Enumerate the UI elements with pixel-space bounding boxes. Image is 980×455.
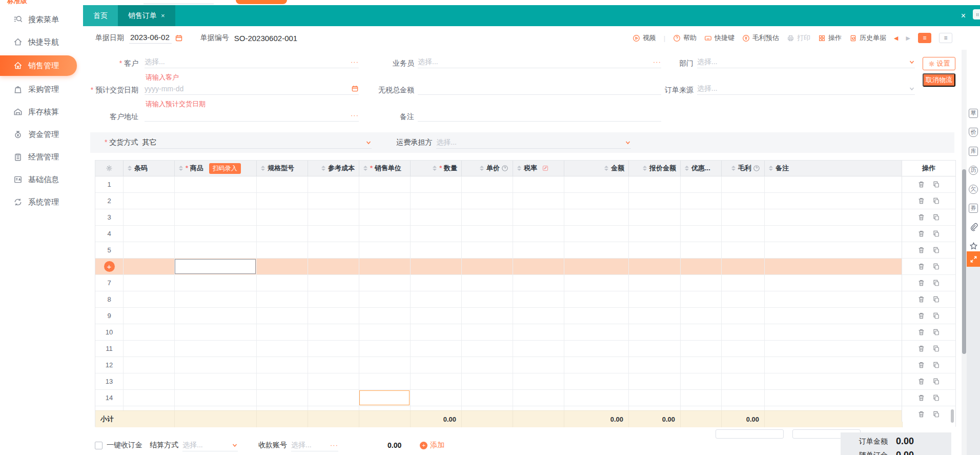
delivery-date-field[interactable]: yyyy-mm-dd	[145, 83, 359, 95]
cell-remark[interactable]	[765, 259, 903, 275]
cell-remark[interactable]	[765, 275, 903, 291]
cell-barcode[interactable]	[124, 209, 175, 226]
corner-widget-icon[interactable]: ⁝⁝	[973, 9, 980, 19]
cell-barcode[interactable]	[124, 357, 175, 373]
chevron-down-icon[interactable]	[909, 86, 915, 92]
cell-editor[interactable]	[359, 390, 410, 405]
cell-amount[interactable]	[564, 308, 629, 324]
sidebar-item-base-info[interactable]: 基础信息	[0, 170, 83, 189]
cell-product[interactable]	[175, 341, 257, 357]
cell-quantity[interactable]	[411, 341, 462, 357]
cell-remark[interactable]	[765, 242, 903, 259]
column-header-amount[interactable]: 金额	[564, 161, 629, 176]
list-view-button[interactable]: ≡	[918, 33, 931, 43]
trash-icon[interactable]	[917, 230, 925, 238]
cell-ref-cost[interactable]	[308, 193, 359, 209]
cell-discount[interactable]	[681, 176, 722, 193]
copy-icon[interactable]	[932, 230, 940, 238]
cell-gross-profit[interactable]	[722, 226, 765, 242]
cell-product[interactable]	[175, 373, 257, 390]
cell-spec[interactable]	[257, 324, 308, 341]
cell-amount[interactable]	[564, 324, 629, 341]
cell-tax-rate[interactable]	[513, 259, 564, 275]
cell-amount[interactable]	[564, 291, 629, 308]
cell-gross-profit[interactable]	[722, 242, 765, 259]
copy-icon[interactable]	[932, 378, 940, 385]
cell-quote-amount[interactable]	[629, 357, 681, 373]
cell-product[interactable]	[175, 259, 257, 275]
cell-gross-profit[interactable]	[722, 390, 765, 406]
cell-sale-unit[interactable]	[359, 308, 411, 324]
cell-product[interactable]	[175, 176, 257, 193]
chevron-down-icon[interactable]	[625, 140, 631, 146]
trash-icon[interactable]	[917, 361, 925, 369]
cell-tax-rate[interactable]	[513, 176, 564, 193]
trash-icon[interactable]	[917, 394, 925, 402]
cell-quantity[interactable]	[411, 357, 462, 373]
cell-unit-price[interactable]	[462, 291, 513, 308]
cell-ref-cost[interactable]	[308, 275, 359, 291]
chevron-down-icon[interactable]	[232, 442, 238, 448]
cell-sale-unit[interactable]	[359, 357, 411, 373]
trash-icon[interactable]	[917, 295, 925, 303]
cell-tax-rate[interactable]	[513, 209, 564, 226]
cell-ref-cost[interactable]	[308, 308, 359, 324]
cell-remark[interactable]	[765, 357, 903, 373]
cell-tax-rate[interactable]	[513, 390, 564, 406]
cell-quote-amount[interactable]	[629, 341, 681, 357]
cell-barcode[interactable]	[124, 193, 175, 209]
top-action-button[interactable]	[236, 0, 287, 4]
cell-quantity[interactable]	[411, 324, 462, 341]
trash-icon[interactable]	[917, 378, 925, 385]
help-action[interactable]: 帮助	[673, 33, 697, 43]
calendar-icon[interactable]	[175, 34, 183, 42]
tab-home[interactable]: 首页	[83, 5, 118, 26]
cell-unit-price[interactable]	[462, 193, 513, 209]
profit-estimate-action[interactable]: 毛利预估	[742, 33, 779, 43]
cell-row-handle[interactable]: +	[95, 259, 124, 275]
cell-ref-cost[interactable]	[308, 341, 359, 357]
cell-ref-cost[interactable]	[308, 324, 359, 341]
operations-action[interactable]: 操作	[818, 33, 842, 43]
cell-remark[interactable]	[765, 209, 903, 226]
cell-gross-profit[interactable]	[722, 291, 765, 308]
cell-discount[interactable]	[681, 390, 722, 406]
close-icon[interactable]: ×	[961, 5, 966, 26]
customer-address-field[interactable]: ···	[145, 109, 359, 122]
sidebar-item-inventory[interactable]: 库存核算	[0, 103, 83, 121]
cell-sale-unit[interactable]	[359, 176, 411, 193]
copy-icon[interactable]	[932, 197, 940, 205]
cell-row-handle[interactable]: 1	[95, 176, 124, 193]
strip-coupon-icon[interactable]: 券	[967, 199, 980, 217]
cell-product[interactable]	[175, 209, 257, 226]
cell-tax-rate[interactable]	[513, 357, 564, 373]
cell-quantity[interactable]	[411, 226, 462, 242]
cell-quantity[interactable]	[411, 275, 462, 291]
column-header-spec[interactable]: 规格型号	[257, 161, 308, 176]
settle-method-select[interactable]: 选择...	[182, 439, 238, 451]
cell-unit-price[interactable]	[462, 275, 513, 291]
trash-icon[interactable]	[917, 279, 925, 287]
copy-icon[interactable]	[932, 345, 940, 352]
cell-tax-rate[interactable]	[513, 308, 564, 324]
cell-quantity[interactable]	[411, 291, 462, 308]
cell-sale-unit[interactable]	[359, 341, 411, 357]
cell-amount[interactable]	[564, 176, 629, 193]
cell-quote-amount[interactable]	[629, 373, 681, 390]
sidebar-item-sales[interactable]: 销售管理	[0, 55, 77, 76]
cell-amount[interactable]	[564, 373, 629, 390]
scan-entry-button[interactable]: 扫码录入	[209, 163, 241, 174]
sidebar-item-quick-nav[interactable]: 快捷导航	[0, 33, 83, 51]
cell-row-handle[interactable]: 4	[95, 226, 124, 242]
cell-ref-cost[interactable]	[308, 291, 359, 308]
column-header-product[interactable]: 商品扫码录入	[175, 161, 257, 176]
cell-editor[interactable]	[175, 259, 256, 274]
cell-sale-unit[interactable]	[359, 373, 411, 390]
history-action[interactable]: 历史单据	[849, 33, 886, 43]
add-deposit-button[interactable]: + 添加	[420, 441, 444, 450]
cell-tax-rate[interactable]	[513, 341, 564, 357]
cell-spec[interactable]	[257, 357, 308, 373]
column-header-unit-price[interactable]: 单价	[462, 161, 513, 176]
cell-quote-amount[interactable]	[629, 209, 681, 226]
cell-spec[interactable]	[257, 259, 308, 275]
